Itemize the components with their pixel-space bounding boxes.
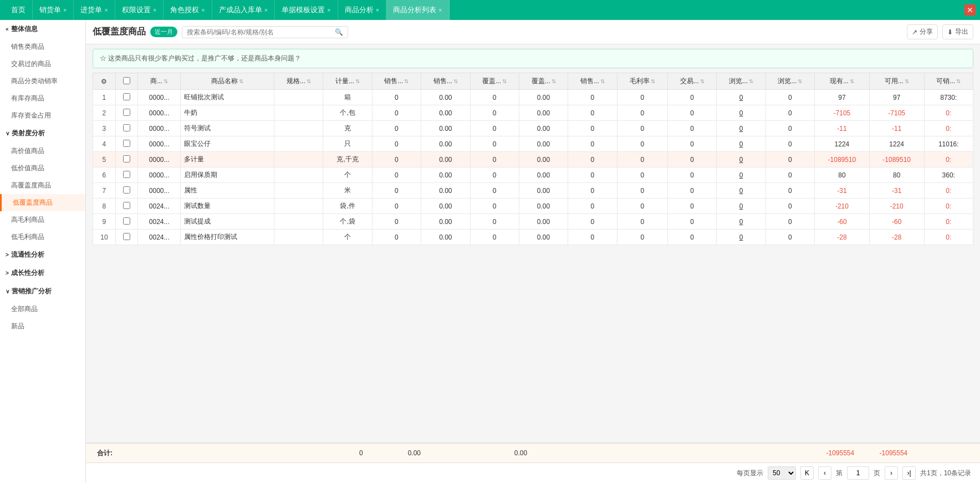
- row-checkbox[interactable]: [123, 155, 130, 162]
- next-page-button[interactable]: ›: [885, 466, 898, 480]
- cell-name[interactable]: 启用保质期: [181, 167, 274, 183]
- th-sales1[interactable]: 销售...⇅: [372, 73, 421, 90]
- prev-page-button[interactable]: ‹: [818, 466, 831, 480]
- th-checkbox[interactable]: [115, 73, 137, 90]
- cell-name[interactable]: 眼宝公仔: [181, 136, 274, 152]
- th-gross[interactable]: 毛利率⇅: [617, 73, 667, 90]
- th-stock1[interactable]: 现有...⇅: [815, 73, 870, 90]
- th-browse1[interactable]: 浏览...⇅: [717, 73, 765, 90]
- nav-close-icon[interactable]: ×: [327, 7, 330, 13]
- nav-home[interactable]: 首页: [4, 0, 33, 20]
- export-button[interactable]: ⬇ 导出: [942, 24, 973, 39]
- nav-purchase[interactable]: 进货单 ×: [74, 0, 115, 20]
- cell-browse1[interactable]: 0: [717, 90, 765, 105]
- sidebar-section-marketing[interactable]: ∨ 营销推广分析: [0, 282, 85, 301]
- cell-checkbox[interactable]: [115, 136, 137, 152]
- cell-browse1[interactable]: 0: [717, 230, 765, 245]
- sidebar-section-growth[interactable]: > 成长性分析: [0, 264, 85, 282]
- cell-checkbox[interactable]: [115, 183, 137, 199]
- row-checkbox[interactable]: [123, 124, 130, 131]
- th-unit[interactable]: 计量...⇅: [323, 73, 372, 90]
- sidebar-item-low-coverage[interactable]: 低覆盖度商品: [0, 194, 85, 211]
- nav-permissions[interactable]: 权限设置 ×: [115, 0, 164, 20]
- sidebar-section-overview[interactable]: « 整体信息: [0, 20, 85, 38]
- last-page-button[interactable]: ›|: [902, 466, 916, 480]
- cell-checkbox[interactable]: [115, 199, 137, 214]
- th-spec[interactable]: 规格...⇅: [274, 73, 323, 90]
- sidebar-item-new-products[interactable]: 新品: [0, 318, 85, 335]
- cell-name[interactable]: 测试提成: [181, 214, 274, 230]
- th-code[interactable]: 商...⇅: [138, 73, 181, 90]
- sidebar-item-high-margin[interactable]: 高毛利商品: [0, 211, 85, 228]
- cell-browse1[interactable]: 0: [717, 105, 765, 121]
- row-checkbox[interactable]: [123, 186, 130, 194]
- sidebar-section-coverage[interactable]: ∨ 类射度分析: [0, 124, 85, 143]
- row-checkbox[interactable]: [123, 140, 130, 147]
- th-name[interactable]: 商品名称⇅: [181, 73, 274, 90]
- cell-checkbox[interactable]: [115, 214, 137, 230]
- th-stock3[interactable]: 可销...⇅: [924, 73, 973, 90]
- row-checkbox[interactable]: [123, 233, 130, 240]
- sidebar-item-high-value[interactable]: 高价值商品: [0, 143, 85, 160]
- sidebar-item-category-sales-rate[interactable]: 商品分类动销率: [0, 73, 85, 90]
- cell-name[interactable]: 属性: [181, 183, 274, 199]
- nav-close-icon[interactable]: ×: [153, 7, 156, 13]
- sidebar-item-sales-products[interactable]: 销售类商品: [0, 38, 85, 55]
- row-checkbox[interactable]: [123, 171, 130, 178]
- nav-close-icon[interactable]: ×: [201, 7, 205, 13]
- select-all-checkbox[interactable]: [123, 77, 130, 84]
- cell-name[interactable]: 旺铺批次测试: [181, 90, 274, 105]
- cell-browse1[interactable]: 0: [717, 199, 765, 214]
- th-sales3[interactable]: 销售...⇅: [568, 73, 617, 90]
- th-sales2[interactable]: 销售...⇅: [421, 73, 470, 90]
- nav-template[interactable]: 单据模板设置 ×: [275, 0, 338, 20]
- row-checkbox[interactable]: [123, 109, 130, 116]
- cell-checkbox[interactable]: [115, 90, 137, 105]
- cell-browse1[interactable]: 0: [717, 183, 765, 199]
- cell-name[interactable]: 符号测试: [181, 121, 274, 136]
- th-gear[interactable]: ⚙: [93, 73, 116, 90]
- cell-checkbox[interactable]: [115, 152, 137, 167]
- cell-browse1[interactable]: 0: [717, 121, 765, 136]
- window-close-button[interactable]: ✕: [964, 4, 976, 16]
- th-cov1[interactable]: 覆盖...⇅: [470, 73, 519, 90]
- nav-analysis-list[interactable]: 商品分析列表 ×: [386, 0, 449, 20]
- cell-checkbox[interactable]: [115, 230, 137, 245]
- sidebar-section-flow[interactable]: > 流通性分析: [0, 246, 85, 264]
- nav-close-icon[interactable]: ×: [438, 7, 442, 13]
- nav-close-icon[interactable]: ×: [376, 7, 379, 13]
- cell-browse1[interactable]: 0: [717, 167, 765, 183]
- sidebar-item-low-margin[interactable]: 低毛利商品: [0, 228, 85, 246]
- cell-browse1[interactable]: 0: [717, 136, 765, 152]
- nav-product-analysis[interactable]: 商品分析 ×: [338, 0, 386, 20]
- nav-finished-goods[interactable]: 产成品入库单 ×: [212, 0, 275, 20]
- sidebar-item-low-value[interactable]: 低价值商品: [0, 160, 85, 177]
- cell-name[interactable]: 牛奶: [181, 105, 274, 121]
- th-stock2[interactable]: 可用...⇅: [869, 73, 924, 90]
- th-trade[interactable]: 交易...⇅: [668, 73, 717, 90]
- cell-browse1[interactable]: 0: [717, 152, 765, 167]
- sidebar-item-inventory-capital[interactable]: 库存资金占用: [0, 107, 85, 124]
- th-browse2[interactable]: 浏览...⇅: [765, 73, 814, 90]
- row-checkbox[interactable]: [123, 93, 130, 100]
- search-icon[interactable]: 🔍: [335, 28, 343, 36]
- cell-name[interactable]: 多计量: [181, 152, 274, 167]
- sidebar-item-traded-products[interactable]: 交易过的商品: [0, 55, 85, 73]
- nav-roles[interactable]: 角色授权 ×: [164, 0, 212, 20]
- cell-name[interactable]: 属性价格打印测试: [181, 230, 274, 245]
- per-page-select[interactable]: 50 100 200: [768, 466, 796, 480]
- share-button[interactable]: ↗ 分享: [907, 24, 938, 39]
- nav-close-icon[interactable]: ×: [104, 7, 108, 13]
- cell-name[interactable]: 测试数量: [181, 199, 274, 214]
- search-input[interactable]: [187, 28, 333, 36]
- cell-browse1[interactable]: 0: [717, 214, 765, 230]
- nav-close-icon[interactable]: ×: [264, 7, 268, 13]
- nav-sales[interactable]: 销货单 ×: [33, 0, 74, 20]
- cell-checkbox[interactable]: [115, 167, 137, 183]
- row-checkbox[interactable]: [123, 202, 130, 209]
- sidebar-item-stocked-products[interactable]: 有库存商品: [0, 90, 85, 107]
- cell-checkbox[interactable]: [115, 121, 137, 136]
- time-badge[interactable]: 近一月: [150, 27, 177, 37]
- row-checkbox[interactable]: [123, 217, 130, 225]
- first-page-button[interactable]: K: [800, 466, 814, 480]
